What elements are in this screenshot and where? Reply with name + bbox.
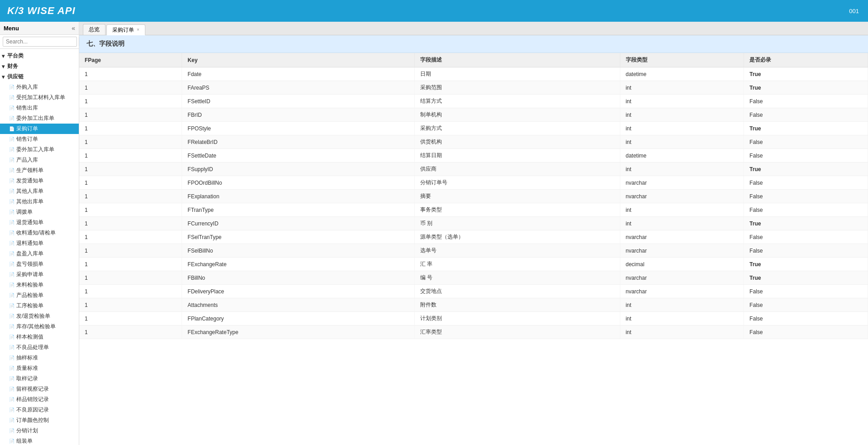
table-row: 1FCurrencyID币 别intTrue [79,217,868,230]
key-cell: FRelateBrID [182,135,415,149]
key-cell: FSupplyID [182,163,415,176]
key-cell: FSelTranType [182,230,415,244]
type-cell: int [620,108,744,122]
type-cell: nvarchar [620,285,744,298]
required-cell: False [744,203,868,217]
table-row: 1FSupplyID供应商intTrue [79,163,868,176]
type-cell: nvarchar [620,244,744,258]
sidebar-item-process-inspect[interactable]: 📄工序检验单 [0,301,79,311]
sidebar-item-purchase-order[interactable]: 📄采购订单 [0,124,79,134]
sidebar-item-sample-control[interactable]: 📄样本检测值 [0,332,79,342]
section-heading: 七、字段说明 [79,35,868,53]
search-input[interactable] [3,37,77,47]
tree-item-label: 退货通知单 [16,219,43,226]
tab-close-button[interactable]: × [137,28,139,32]
table-row: 1FBrID制单机构intFalse [79,108,868,122]
sidebar-item-sample-sales[interactable]: 📄样品销毁记录 [0,394,79,405]
tree-item-label: 受托加工材料入库单 [16,94,65,101]
type-cell: int [620,325,744,339]
sidebar-item-outside-purchase[interactable]: 📄外购入库 [0,82,79,92]
sidebar-item-receipt-notice[interactable]: 📄收料通知/请检单 [0,228,79,238]
type-cell: nvarchar [620,230,744,244]
tree-item-icon: 📄 [9,85,14,90]
fpage-cell: 1 [79,190,182,203]
tree-item-icon: ▾ [2,74,5,80]
sidebar-item-product-inspect[interactable]: 📄产品检验单 [0,290,79,301]
tree-item-icon: 📄 [9,158,14,163]
sidebar-item-product-in[interactable]: 📄产品入库 [0,155,79,165]
fpage-cell: 1 [79,95,182,108]
sidebar-item-entrust-material[interactable]: 📄受托加工材料入库单 [0,92,79,103]
sidebar-item-sales-out[interactable]: 📄销售出库 [0,103,79,113]
sidebar-item-batch-out[interactable]: 📄盘亏领损单 [0,259,79,269]
tree-item-icon: 📄 [9,335,14,340]
tab-purchase-order[interactable]: 采购订单× [106,24,145,35]
sidebar-item-defect-process[interactable]: 📄不良品处理单 [0,342,79,353]
tree-item-label: 发货通知单 [16,177,43,185]
sidebar-item-defect-record[interactable]: 📄不良原因记录 [0,405,79,415]
menu-label: Menu [4,25,19,32]
sidebar-item-other-in[interactable]: 📄其他人库单 [0,186,79,196]
fpage-cell: 1 [79,271,182,285]
sidebar-item-material-record[interactable]: 📄取样记录 [0,373,79,384]
sidebar-item-outside-processing-in[interactable]: 📄委外加工入库单 [0,144,79,155]
tree-item-icon: 📄 [9,251,14,256]
sidebar-item-group-single[interactable]: 📄组装单 [0,436,79,445]
sidebar-item-batch-in[interactable]: 📄盘盈入库单 [0,249,79,259]
tree-item-icon: 📄 [9,137,14,142]
fpage-cell: 1 [79,203,182,217]
table-header-cell: 是否必录 [744,53,868,67]
sidebar-item-other-out[interactable]: 📄其他出库单 [0,196,79,207]
sidebar-item-quality-std[interactable]: 📄质量标准 [0,363,79,373]
sidebar-item-return-goods[interactable]: 📄退货通知单 [0,217,79,228]
desc-cell: 编 号 [415,271,620,285]
tree-item-label: 其他出库单 [16,198,43,206]
table-row: 1Fdate日期datetimeTrue [79,67,868,81]
desc-cell: 分销订单号 [415,176,620,190]
desc-cell: 源单类型（选单） [415,230,620,244]
desc-cell: 汇 率 [415,258,620,271]
fpage-cell: 1 [79,108,182,122]
required-cell: True [744,271,868,285]
sidebar-item-incoming-inspect[interactable]: 📄来料检验单 [0,280,79,290]
sidebar-item-return-inspect[interactable]: 📄发/退货检验单 [0,311,79,321]
sidebar-item-outside-processing-out[interactable]: 📄委外加工出库单 [0,113,79,124]
table-row: 1FSettleDate结算日期datetimeFalse [79,149,868,163]
sidebar-item-material-notice[interactable]: 📄退料通知单 [0,238,79,249]
type-cell: int [620,95,744,108]
fpage-cell: 1 [79,230,182,244]
sidebar-item-distribution-plan[interactable]: 📄分销计划 [0,426,79,436]
tree-item-label: 样品销毁记录 [16,396,49,403]
tree-item-label: 抽样标准 [16,354,38,362]
sidebar-item-sample-std[interactable]: 📄抽样标准 [0,353,79,363]
sidebar-item-return[interactable]: 📄调拨单 [0,207,79,217]
sidebar-item-order-color[interactable]: 📄订单颜色控制 [0,415,79,426]
tree-item-label: 收料通知/请检单 [16,229,56,237]
sidebar-item-dispatch-notice[interactable]: 📄发货通知单 [0,176,79,186]
sidebar-item-platform[interactable]: ▾平台类 [0,51,79,61]
sidebar-item-sales-order[interactable]: 📄销售订单 [0,134,79,144]
fpage-cell: 1 [79,244,182,258]
sidebar-item-warehouse-inspect[interactable]: 📄库存/其他检验单 [0,321,79,332]
tree-item-icon: 📄 [9,210,14,215]
tree-item-icon: 📄 [9,126,14,131]
sidebar-item-finance[interactable]: ▾财务 [0,61,79,72]
key-cell: FTranType [182,203,415,217]
tab-home[interactable]: 总览 [83,24,106,35]
required-cell: True [744,163,868,176]
key-cell: FExplanation [182,190,415,203]
sidebar-item-purchase-request[interactable]: 📄采购申请单 [0,269,79,280]
tree-item-label: 采购订单 [16,125,38,133]
required-cell: True [744,67,868,81]
tree-item-icon: 📄 [9,189,14,194]
sidebar-item-sample-video[interactable]: 📄留样视察记录 [0,384,79,394]
sidebar-item-supply-chain[interactable]: ▾供应链 [0,72,79,82]
collapse-button[interactable]: « [72,24,75,32]
type-cell: nvarchar [620,176,744,190]
desc-cell: 附件数 [415,298,620,312]
tree-item-label: 质量标准 [16,364,38,372]
key-cell: FSelBillNo [182,244,415,258]
sidebar-item-production-material[interactable]: 📄生产领料单 [0,165,79,176]
tree-item-icon: 📄 [9,397,14,402]
tree-item-label: 组装单 [16,437,33,445]
